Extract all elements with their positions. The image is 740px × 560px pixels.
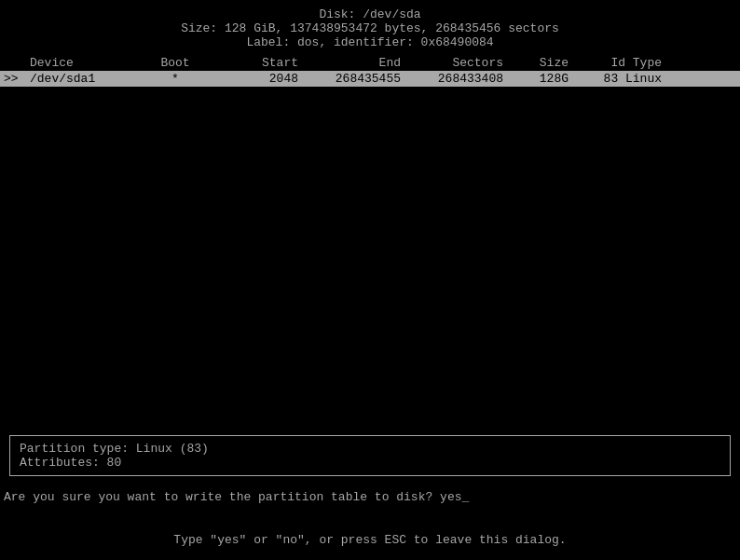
table-row: >> /dev/sda1 * 2048 268435455 268433408 … (0, 71, 740, 87)
table-header: Device Boot Start End Sectors Size Id Ty… (0, 55, 740, 71)
col-start-header: Start (212, 56, 306, 70)
info-line2: Attributes: 80 (20, 456, 720, 470)
terminal-screen: Disk: /dev/sda Size: 128 GiB, 1374389534… (0, 0, 740, 560)
prompt-line: Are you sure you want to write the parti… (4, 490, 469, 504)
disk-info: Disk: /dev/sda Size: 128 GiB, 1374389534… (0, 7, 740, 49)
bottom-hint: Type "yes" or "no", or press ESC to leav… (0, 533, 740, 547)
prompt-text: Are you sure you want to write the parti… (4, 490, 469, 504)
col-arrow-header (0, 56, 26, 70)
row-device: /dev/sda1 (26, 72, 138, 86)
col-device-header: Device (26, 56, 138, 70)
info-box: Partition type: Linux (83) Attributes: 8… (9, 435, 731, 476)
row-sectors: 268433408 (408, 72, 511, 86)
disk-title-line: Disk: /dev/sda (0, 7, 740, 21)
row-arrow: >> (0, 72, 26, 86)
info-line1: Partition type: Linux (83) (20, 442, 720, 456)
disk-size-line: Size: 128 GiB, 137438953472 bytes, 26843… (0, 21, 740, 35)
disk-label-line: Label: dos, identifier: 0x68490084 (0, 35, 740, 49)
row-boot: * (138, 72, 212, 86)
col-id-type-header: Id Type (576, 56, 669, 70)
hint-text: Type "yes" or "no", or press ESC to leav… (173, 533, 566, 547)
row-size: 128G (511, 72, 576, 86)
col-boot-header: Boot (138, 56, 212, 70)
col-sectors-header: Sectors (408, 56, 511, 70)
col-size-header: Size (511, 56, 576, 70)
col-end-header: End (306, 56, 408, 70)
row-end: 268435455 (306, 72, 408, 86)
row-id-type: 83 Linux (576, 72, 669, 86)
row-start: 2048 (212, 72, 306, 86)
